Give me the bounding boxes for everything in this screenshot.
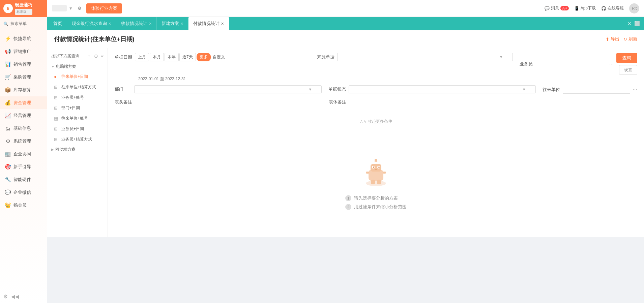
body-note-label: 表体备注 [329,99,346,105]
tab-close-all-icon[interactable]: ✕ [627,21,632,26]
tab-receivable-close-icon[interactable]: ✕ [149,22,152,26]
scheme-item-unit-date[interactable]: ● 往来单位+日期 [47,71,108,82]
tab-receivable[interactable]: 收款情况统计 ✕ [116,17,157,30]
trial-button[interactable]: 体验行业方案 [86,3,122,13]
scheme-item-staff-date[interactable]: ⊞ 业务员+日期 [47,124,108,134]
sidebar-item-newuser[interactable]: 🎯 新手引导 [0,160,47,173]
query-button[interactable]: 查询 [616,53,637,63]
svg-point-6 [378,166,380,168]
sidebar-item-enterprise[interactable]: 🏢 企业协同 [0,148,47,160]
app-download-button[interactable]: 📱 App下载 [574,5,596,11]
sidebar-item-hardware[interactable]: 🔧 智能硬件 [0,173,47,186]
sidebar-item-funds[interactable]: 💰 资金管理 [0,96,47,109]
partner-dots-icon[interactable]: ··· [633,87,637,93]
scheme-item-staff-method[interactable]: ⊞ 业务员+结算方式 [47,134,108,145]
wechat-icon: 💬 [5,189,11,195]
more-date-btn[interactable]: 更多 [197,53,211,61]
topbar-settings-icon[interactable]: ⚙ [78,6,82,11]
export-icon: ⬆ [606,37,609,42]
docstatus-select[interactable]: ▼ [349,85,535,93]
scheme-panel: 按以下方案查询 ＋ ⊙ « ▼ 电脑端方案 ● 往来单位+日期 ⊞ [47,48,108,237]
tab-cashflow-close-icon[interactable]: ✕ [108,22,111,26]
member-icon: 👑 [5,202,11,208]
docstatus-filter-label: 单据状态 [328,86,346,92]
filter-area: 单据日期 上月 本月 本年 近7天 更多 自定义 来源单据 [108,48,644,115]
scheme-item-staff-account[interactable]: ⊞ 业务员+账号 [47,92,108,103]
mobile-scheme-section[interactable]: ▶ 移动端方案 [47,145,108,154]
sidebar-item-marketing[interactable]: 📢 营销推广 [0,45,47,58]
account-chevron-icon: ▼ [69,6,73,11]
export-button[interactable]: ⬆ 导出 [606,36,619,42]
download-icon: 📱 [574,6,579,11]
staff-input[interactable] [539,60,607,68]
settings-button[interactable]: 设置 [619,65,637,75]
tab-new-scheme[interactable]: 新建方案 ✕ [157,17,188,30]
body-note-group: 表体备注 [329,98,536,106]
sidebar-bottom: ⚙ ◀◀ [0,290,47,303]
sidebar-item-basic[interactable]: 🗂 基础信息 [0,122,47,135]
account-selector[interactable]: ▼ [52,5,73,11]
scheme-item-unit-account[interactable]: ▦ 往来单位+账号 [47,113,108,124]
sidebar-item-purchase[interactable]: 🛒 采购管理 [0,71,47,84]
header-note-label: 表头备注 [115,99,132,105]
partner-input[interactable] [563,85,630,94]
empty-tip-2: 2 用过滤条件来缩小分析范围 [345,204,407,210]
this-year-btn[interactable]: 本年 [165,53,179,61]
scheme-collapse-icon[interactable]: « [101,53,104,59]
date-buttons: 上月 本月 本年 近7天 更多 自定义 [135,53,225,61]
collapse-bar[interactable]: ∧∧ 收起更多条件 [108,115,644,128]
dept-select[interactable]: ▼ [134,85,322,93]
refresh-icon: ↻ [623,37,627,42]
pc-scheme-section[interactable]: ▼ 电脑端方案 [47,62,108,71]
filter-actions: 查询 设置 [616,53,637,75]
tab-home[interactable]: 首页 [49,17,67,30]
sidebar-item-shortcut[interactable]: ⚡ 快捷导航 [0,32,47,45]
source-select[interactable]: ▼ [337,53,513,61]
sidebar-search[interactable]: 🔍 搜索菜单 [0,17,47,31]
scheme-item-dept-date[interactable]: ⊞ 部门+日期 [47,103,108,113]
sidebar-settings-icon[interactable]: ⚙ [3,294,8,300]
tab-cashflow[interactable]: 现金银行流水查询 ✕ [67,17,116,30]
scheme-add-icon[interactable]: ＋ [87,53,91,59]
user-avatar[interactable]: Rit [629,3,639,13]
sidebar-collapse-icon[interactable]: ◀◀ [11,294,19,300]
this-month-btn[interactable]: 本月 [150,53,164,61]
sidebar-item-inventory[interactable]: 📦 库存核算 [0,84,47,96]
search-icon: 🔍 [3,22,8,26]
sidebar-item-operations[interactable]: 📈 经营管理 [0,109,47,122]
basic-icon: 🗂 [5,125,11,131]
svg-rect-11 [377,180,381,184]
tab-payment[interactable]: 付款情况统计 ✕ [188,17,229,30]
sidebar-item-wechat[interactable]: 💬 企业微信 [0,186,47,199]
account-name [52,5,67,11]
messages-button[interactable]: 💬 消息 99+ [545,5,569,11]
body-note-input[interactable] [349,98,536,106]
scheme-item-unit-method[interactable]: ⊞ 往来单位+结算方式 [47,82,108,92]
scheme-bar-icon: ▦ [54,116,59,121]
filter-row-2: 部门 ▼ 单据状态 ▼ [115,85,637,94]
tab-new-scheme-close-icon[interactable]: ✕ [180,22,183,26]
sidebar-item-system[interactable]: ⚙ 系统管理 [0,135,47,148]
tab-maximize-icon[interactable]: ⬜ [634,21,640,26]
sidebar-item-sales[interactable]: 📊 销售管理 [0,58,47,71]
tab-payment-close-icon[interactable]: ✕ [221,22,224,26]
scheme-settings-icon[interactable]: ⊙ [94,53,98,59]
scheme-active-icon: ● [54,74,59,79]
staff-filter-label: 业务员 [520,61,536,67]
search-menu-button[interactable]: 🔍 搜索菜单 [3,20,43,28]
sidebar-item-member[interactable]: 👑 畅会员 [0,199,47,212]
message-icon: 💬 [545,6,550,11]
last-month-btn[interactable]: 上月 [135,53,149,61]
pc-section-arrow-icon: ▼ [51,65,55,68]
staff-dots-icon[interactable]: ··· [609,61,614,67]
header-note-input[interactable] [135,98,322,106]
refresh-button[interactable]: ↻ 刷新 [623,36,637,42]
sales-icon: 📊 [5,61,11,67]
last-7days-btn[interactable]: 近7天 [179,53,196,61]
empty-tips: 1 请先选择要分析的方案 2 用过滤条件来缩小分析范围 [345,195,407,210]
empty-state: 1 请先选择要分析的方案 2 用过滤条件来缩小分析范围 [108,128,644,237]
source-filter-group: 来源单据 ▼ [317,53,513,61]
date-range-display: 2022-01-01 至 2022-12-31 [138,77,186,81]
tabs-bar: 首页 现金银行流水查询 ✕ 收款情况统计 ✕ 新建方案 ✕ 付款情况统计 ✕ ✕… [47,17,644,30]
online-service-button[interactable]: 🎧 在线客服 [601,5,624,11]
